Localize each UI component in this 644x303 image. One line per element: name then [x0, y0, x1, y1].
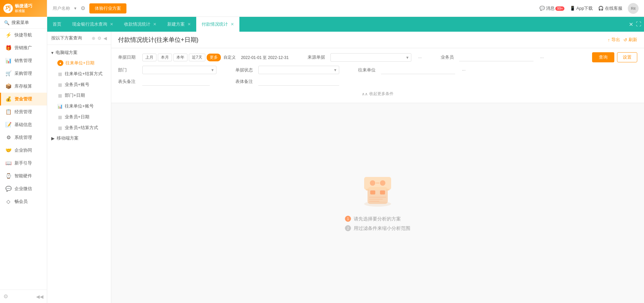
body-note-input[interactable] [258, 78, 339, 86]
collapse-panel-icon[interactable]: ◀ [104, 36, 107, 41]
status-select[interactable] [258, 66, 339, 74]
sidebar-header: 巧 畅捷通巧 标准版 [0, 0, 47, 17]
tab-home[interactable]: 首页 [47, 17, 67, 32]
source-doc-dots[interactable]: ··· [418, 55, 422, 60]
scheme-partner-settle[interactable]: ▦ 往来单位+结算方式 [47, 68, 111, 79]
sidebar-item-quick-nav[interactable]: ⚡ 快捷导航 [0, 29, 47, 41]
sidebar-item-finance[interactable]: 💰 资金管理 [0, 93, 47, 105]
sidebar-item-purchase[interactable]: 🛒 采购管理 [0, 67, 47, 80]
page-header: 付款情况统计(往来单位+日期) ↑ 导出 ↺ 刷新 [111, 32, 644, 48]
topbar-settings-icon[interactable]: ⚙ [81, 5, 85, 11]
tab-bank-flow[interactable]: 现金银行流水查询 ✕ [67, 17, 119, 32]
quick-nav-icon: ⚡ [5, 32, 12, 38]
scheme-label: 部门+日期 [65, 92, 85, 98]
sidebar-item-label: 营销推广 [14, 45, 32, 51]
sidebar-item-member[interactable]: ◇ 畅会员 [0, 195, 47, 208]
tab-receivable-close[interactable]: ✕ [153, 22, 156, 27]
scheme-salesman-account[interactable]: ▦ 业务员+账号 [47, 79, 111, 90]
scheme-salesman-settle[interactable]: ▦ 业务员+结算方式 [47, 122, 111, 133]
search-menu[interactable]: 🔍 搜索菜单 [0, 17, 47, 29]
source-doc-select[interactable] [330, 53, 411, 62]
scheme-label: 业务员+日期 [65, 114, 89, 120]
sidebar-collapse-icon[interactable]: ◀◀ [36, 294, 43, 299]
tabbar-close-btn[interactable]: ✕ [629, 21, 633, 28]
export-button[interactable]: ↑ 导出 [608, 37, 620, 43]
page-title: 付款情况统计(往来单位+日期) [118, 36, 199, 44]
tab-receivable[interactable]: 收款情况统计 ✕ [119, 17, 162, 32]
sidebar-item-hardware[interactable]: ⌚ 智能硬件 [0, 170, 47, 182]
header-note-input[interactable] [142, 78, 210, 86]
date-btn-this-year[interactable]: 本年 [173, 54, 187, 61]
tab-new-scheme[interactable]: 新建方案 ✕ [162, 17, 196, 32]
online-service[interactable]: 🎧 在线客服 [598, 5, 622, 11]
collapse-filter-btn[interactable]: ∧∧ 收起更多条件 [118, 89, 637, 99]
sidebar-settings-icon[interactable]: ⚙ [3, 293, 8, 300]
avatar[interactable]: Rit [628, 3, 639, 14]
tabbar-fullscreen-btn[interactable]: ⛶ [636, 21, 641, 27]
tab-home-label: 首页 [53, 21, 61, 27]
scheme-partner-account[interactable]: 📊 往来单位+账号 [47, 101, 111, 112]
scheme-salesman-date[interactable]: ▦ 业务员+日期 [47, 112, 111, 122]
sidebar-item-inventory[interactable]: 📦 库存核算 [0, 80, 47, 93]
settings-button[interactable]: 设置 [617, 52, 637, 62]
add-scheme-icon[interactable]: ⊕ [92, 36, 95, 41]
basic-icon: 📝 [5, 122, 12, 128]
tab-new-scheme-close[interactable]: ✕ [187, 22, 191, 27]
sidebar-item-guide[interactable]: 📖 新手引导 [0, 157, 47, 170]
topbar-username: 用户名称 [53, 5, 70, 11]
sidebar-item-label: 库存核算 [14, 83, 32, 89]
refresh-icon: ↺ [623, 37, 627, 42]
mobile-group-title[interactable]: ▶ 移动端方案 [47, 133, 111, 143]
filter-area: 单据日期 上月 本月 本年 近7天 更多 自定义 2022-01-01 至 20… [111, 48, 644, 103]
refresh-button[interactable]: ↺ 刷新 [623, 37, 637, 43]
scheme-dept-date[interactable]: ▦ 部门+日期 [47, 90, 111, 101]
sidebar-item-marketing[interactable]: 🎁 营销推广 [0, 41, 47, 54]
guide-icon: 📖 [5, 160, 12, 166]
manage-scheme-icon[interactable]: ⚙ [97, 36, 101, 41]
body-note-label: 表体备注 [235, 79, 253, 85]
dept-label: 部门 [118, 67, 137, 73]
partner-input[interactable] [381, 66, 455, 74]
topbar-arrow[interactable]: ▾ [74, 6, 77, 11]
desktop-group-title[interactable]: ▾ 电脑端方案 [47, 48, 111, 58]
hint-item-2: 2 用过滤条件来缩小分析范围 [345, 223, 410, 233]
tab-bank-flow-close[interactable]: ✕ [110, 22, 113, 27]
left-panel-header-icons: ⊕ ⚙ ◀ [92, 36, 107, 41]
sidebar-item-operations[interactable]: 📋 经营管理 [0, 105, 47, 118]
salesman-input[interactable] [459, 53, 533, 61]
tab-payment-stat[interactable]: 付款情况统计 ✕ [196, 17, 239, 32]
sidebar-footer: ⚙ ◀◀ [0, 290, 47, 303]
salesman-dots[interactable]: ··· [540, 55, 544, 60]
enterprise-icon: 🤝 [5, 147, 12, 153]
sidebar-item-enterprise[interactable]: 🤝 企业协同 [0, 144, 47, 157]
date-btn-last-month[interactable]: 上月 [142, 54, 156, 61]
hint-text-1: 请先选择要分析的方案 [354, 214, 401, 223]
sidebar-item-system[interactable]: ⚙ 系统管理 [0, 131, 47, 144]
date-label: 单据日期 [118, 54, 137, 60]
sidebar-item-wechat[interactable]: 💬 企业微信 [0, 182, 47, 195]
custom-label[interactable]: 自定义 [224, 55, 236, 60]
trial-button[interactable]: 体验行业方案 [89, 3, 126, 13]
date-range-text: 2022-01-01 至 2022-12-31 [241, 55, 289, 61]
scheme-partner-date[interactable]: ● 往来单位+日期 [47, 58, 111, 68]
date-btn-7days[interactable]: 近7天 [189, 54, 205, 61]
partner-dots[interactable]: ··· [462, 67, 466, 72]
header-note-label: 表头备注 [118, 79, 137, 85]
sidebar-item-basic[interactable]: 📝 基础信息 [0, 118, 47, 131]
app-download[interactable]: 📱 App下载 [570, 5, 593, 11]
scheme-label: 业务员+账号 [65, 82, 89, 88]
date-btn-this-month[interactable]: 本月 [158, 54, 172, 61]
sidebar-item-sales[interactable]: 📊 销售管理 [0, 54, 47, 67]
sidebar-item-label: 系统管理 [14, 134, 32, 141]
main-area: 用户名称 ▾ ⚙ 体验行业方案 💬 消息99+ 📱 App下载 🎧 在线客服 R… [47, 0, 644, 303]
date-btn-more[interactable]: 更多 [207, 54, 221, 61]
tab-payment-stat-close[interactable]: ✕ [231, 22, 234, 27]
scheme-table-icon: ▦ [57, 125, 63, 130]
page-header-actions: ↑ 导出 ↺ 刷新 [608, 37, 638, 43]
query-button[interactable]: 查询 [592, 52, 614, 62]
filter-row-1: 单据日期 上月 本月 本年 近7天 更多 自定义 2022-01-01 至 20… [118, 52, 637, 62]
dept-select[interactable] [142, 66, 216, 74]
message-icon[interactable]: 💬 消息99+ [539, 5, 565, 11]
left-panel-header: 按以下方案查询 ⊕ ⚙ ◀ [47, 32, 111, 45]
marketing-icon: 🎁 [5, 45, 12, 51]
